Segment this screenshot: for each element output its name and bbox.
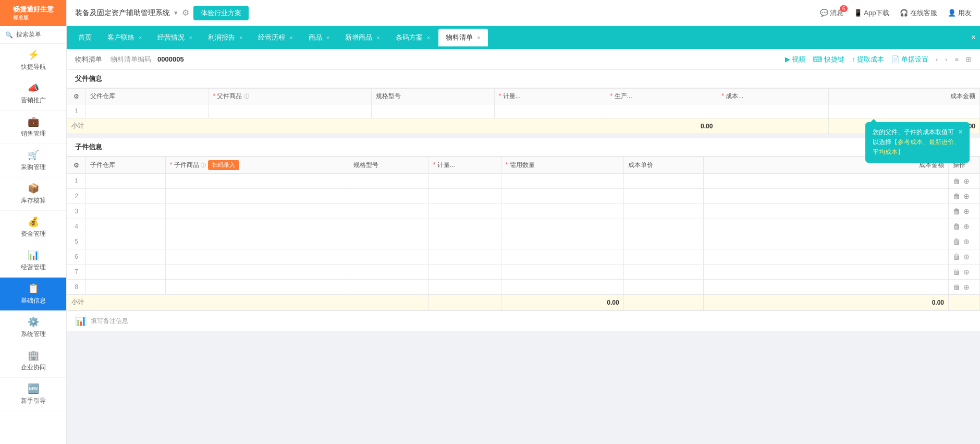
child-row-1-unit-cost[interactable]: [623, 174, 703, 189]
operation-icon: 📊: [28, 249, 39, 261]
child-col-settings[interactable]: ⚙: [67, 157, 86, 174]
bottom-bar: 📊 填写备注信息: [67, 310, 980, 331]
tab-goods-close[interactable]: ×: [326, 34, 329, 41]
sidebar-item-basic[interactable]: 📋 基础信息: [0, 278, 66, 311]
parent-row-1-cost[interactable]: [717, 104, 829, 118]
child-row-1-warehouse[interactable]: [86, 174, 166, 189]
copy-icon[interactable]: ⊕: [963, 268, 970, 276]
scan-btn[interactable]: 扫码录入: [208, 160, 239, 170]
child-row-1-goods[interactable]: [165, 174, 349, 189]
sidebar: 畅捷通好生意 标准版 🔍 搜索菜单 ⚡ 快捷导航 📣 营销推广 💼 销售管理 🛒…: [0, 0, 67, 444]
tab-operation-history[interactable]: 经营历程 ×: [251, 29, 300, 46]
sidebar-item-purchase[interactable]: 🛒 采购管理: [0, 144, 66, 177]
tab-customer-close[interactable]: ×: [139, 34, 142, 41]
parent-section-title: 父件信息: [67, 70, 980, 88]
extract-icon: ↑: [852, 55, 855, 63]
tab-customer[interactable]: 客户联络 ×: [100, 29, 149, 46]
child-row-1-spec[interactable]: [349, 174, 428, 189]
topbar-right: 💬 消息 6 📱 App下载 🎧 在线客服 👤 用友: [820, 8, 972, 18]
copy-icon[interactable]: ⊕: [963, 283, 970, 291]
child-row-1-unit[interactable]: [428, 174, 501, 189]
sidebar-item-inventory[interactable]: 📦 库存核算: [0, 177, 66, 211]
list-view-icon[interactable]: ⊞: [966, 55, 972, 63]
child-row-4: 4 🗑⊕: [67, 219, 980, 234]
sidebar-item-sales[interactable]: 💼 销售管理: [0, 111, 66, 144]
extract-cost-action[interactable]: ↑ 提取成本: [852, 55, 884, 64]
delete-icon[interactable]: 🗑: [953, 268, 960, 276]
view-action[interactable]: ▶ 视频: [785, 55, 805, 64]
sidebar-item-guide[interactable]: 🆕 新手引导: [0, 378, 66, 411]
parent-row-1-prod[interactable]: [606, 104, 717, 118]
tab-bom-close[interactable]: ×: [477, 34, 480, 41]
child-col-warehouse: 子件仓库: [86, 157, 166, 174]
delete-icon[interactable]: 🗑: [953, 207, 960, 215]
tab-goods[interactable]: 商品 ×: [301, 29, 337, 46]
delete-icon[interactable]: 🗑: [953, 222, 960, 231]
copy-icon[interactable]: ⊕: [963, 192, 970, 200]
app-download[interactable]: 📱 App下载: [854, 8, 889, 18]
child-row-2: 2 🗑 ⊕: [67, 189, 980, 204]
sidebar-item-system[interactable]: ⚙️ 系统管理: [0, 311, 66, 344]
parent-row-1-warehouse[interactable]: [86, 104, 209, 118]
tab-barcode[interactable]: 条码方案 ×: [388, 29, 437, 46]
delete-icon[interactable]: 🗑: [953, 283, 960, 291]
child-row-2-goods[interactable]: [165, 189, 349, 204]
sidebar-item-quick-nav[interactable]: ⚡ 快捷导航: [0, 44, 66, 77]
tab-bom[interactable]: 物料清单 ×: [438, 29, 487, 46]
message-item[interactable]: 💬 消息 6: [820, 8, 844, 18]
sidebar-item-operation[interactable]: 📊 经营管理: [0, 244, 66, 278]
tab-add-goods-close[interactable]: ×: [376, 34, 379, 41]
tab-profit-report[interactable]: 利润报告 ×: [201, 29, 250, 46]
tab-profit-report-close[interactable]: ×: [239, 34, 242, 41]
tab-add-goods[interactable]: 新增商品 ×: [338, 29, 387, 46]
copy-icon[interactable]: ⊕: [963, 222, 970, 231]
single-setting-action[interactable]: 📄 单据设置: [891, 55, 928, 64]
parent-row-1-spec[interactable]: [372, 104, 494, 118]
parent-row-1-amount: [829, 104, 980, 118]
child-row-1-qty[interactable]: [501, 174, 623, 189]
copy-icon[interactable]: ⊕: [963, 237, 970, 246]
grid-view-icon[interactable]: ≡: [954, 55, 959, 63]
dropdown-icon[interactable]: ▾: [174, 9, 178, 17]
child-row-2-unit[interactable]: [428, 189, 501, 204]
cost-tooltip: × 您的父件、子件的成本取值可以选择【参考成本、最新进价、平均成本】: [865, 122, 970, 163]
sidebar-item-marketing[interactable]: 📣 营销推广: [0, 77, 66, 111]
child-row-2-qty[interactable]: [501, 189, 623, 204]
delete-icon[interactable]: 🗑: [953, 237, 960, 246]
tab-operation-history-close[interactable]: ×: [289, 34, 292, 41]
tab-operation-status[interactable]: 经营情况 ×: [150, 29, 199, 46]
logo-sub: 标准版: [13, 14, 54, 21]
tab-operation-status-close[interactable]: ×: [189, 34, 192, 41]
close-all-tabs[interactable]: ×: [971, 33, 976, 42]
copy-icon[interactable]: ⊕: [963, 207, 970, 215]
child-row-2-spec[interactable]: [349, 189, 428, 204]
copy-icon[interactable]: ⊕: [963, 253, 970, 261]
nav-prev-icon[interactable]: ‹: [936, 55, 938, 63]
search-menu[interactable]: 🔍 搜索菜单: [0, 26, 66, 44]
tooltip-close-btn[interactable]: ×: [959, 127, 962, 137]
main-area: 装备及固定资产辅助管理系统 ▾ ⚙ 体验行业方案 💬 消息 6 📱 App下载 …: [67, 0, 980, 444]
delete-icon[interactable]: 🗑: [953, 177, 960, 185]
parent-row-1-goods[interactable]: [209, 104, 372, 118]
gear-icon[interactable]: ⚙: [182, 8, 189, 18]
sidebar-item-finance[interactable]: 💰 资金管理: [0, 211, 66, 244]
breadcrumb-code-prefix: 物料清单编码: [111, 55, 151, 64]
trial-btn[interactable]: 体验行业方案: [193, 6, 249, 20]
nav-next-icon[interactable]: ›: [945, 55, 947, 63]
page-actions: ▶ 视频 ⌨ 快捷键 ↑ 提取成本 📄 单据设置 ‹ › ≡ ⊞: [785, 55, 972, 64]
search-icon: 🔍: [5, 31, 13, 39]
child-row-2-unit-cost[interactable]: [623, 189, 703, 204]
sidebar-item-label: 销售管理: [21, 129, 46, 138]
user-avatar[interactable]: 👤 用友: [948, 8, 972, 18]
copy-icon[interactable]: ⊕: [963, 177, 970, 185]
tab-barcode-close[interactable]: ×: [427, 34, 430, 41]
parent-col-settings[interactable]: ⚙: [67, 89, 86, 104]
online-service[interactable]: 🎧 在线客服: [900, 8, 937, 18]
sidebar-item-enterprise[interactable]: 🏢 企业协同: [0, 344, 66, 378]
delete-icon[interactable]: 🗑: [953, 192, 960, 200]
tab-home[interactable]: 首页: [71, 29, 99, 46]
shortcut-action[interactable]: ⌨ 快捷键: [813, 55, 844, 64]
child-row-2-warehouse[interactable]: [86, 189, 166, 204]
parent-row-1-unit[interactable]: [494, 104, 606, 118]
delete-icon[interactable]: 🗑: [953, 253, 960, 261]
